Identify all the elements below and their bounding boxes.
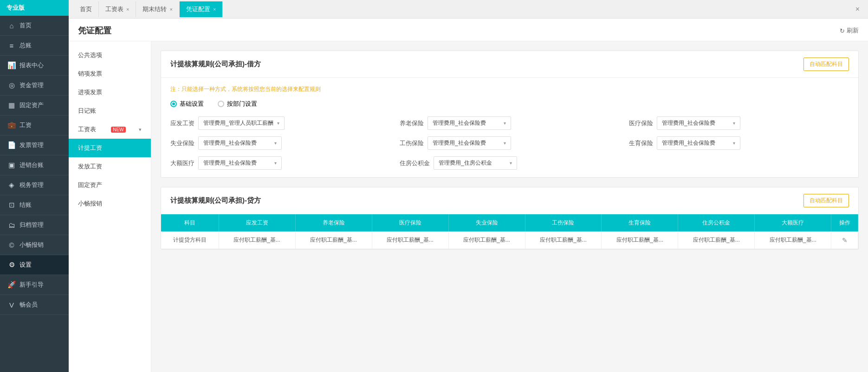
sidebar-item-member[interactable]: V 畅会员 (0, 295, 69, 315)
sidebar-item-general-ledger[interactable]: ≡ 总账 (0, 36, 69, 56)
sub-item-cancel-invoice-label: 销项发票 (78, 70, 102, 78)
field-daejue-yiliao-select[interactable]: 管理费用_社会保险费 ▾ (198, 156, 282, 170)
field-yingfa-gongzi-select[interactable]: 管理费用_管理人员职工薪酬 ▾ (198, 116, 285, 130)
sub-item-fixed-assets-sub-label: 固定资产 (78, 181, 102, 189)
radio-dept-setup[interactable]: 按部门设置 (218, 100, 257, 108)
sidebar-item-report-center-label: 报表中心 (19, 61, 44, 70)
field-yiliao-baoxian-select[interactable]: 管理费用_社会保险费 ▾ (657, 116, 740, 130)
sidebar-item-fund-management-label: 资金管理 (19, 81, 44, 90)
page-title: 凭证配置 (78, 25, 111, 36)
sidebar-item-tax-management[interactable]: ◈ 税务管理 (0, 175, 69, 195)
general-ledger-icon: ≡ (7, 42, 16, 50)
sub-item-journal-label: 日记账 (78, 107, 96, 115)
refresh-button[interactable]: ↻ 刷新 (840, 26, 859, 35)
sub-item-purchase-invoice[interactable]: 进项发票 (69, 83, 151, 102)
credit-auto-match-button[interactable]: 自动匹配科目 (803, 194, 849, 207)
field-zhufang-gongjijin-value: 管理费用_住房公积金 (439, 159, 492, 167)
sidebar-item-fund-management[interactable]: ◎ 资金管理 (0, 76, 69, 96)
tab-home[interactable]: 首页 (73, 1, 99, 17)
tax-management-icon: ◈ (7, 181, 16, 189)
chevron-down-icon: ▾ (277, 121, 279, 126)
credit-row-action[interactable]: ✎ (831, 231, 858, 249)
sub-item-accrual-salary[interactable]: 计提工资 (69, 139, 151, 157)
tab-payroll-label: 工资表 (105, 5, 123, 13)
edit-icon[interactable]: ✎ (842, 237, 848, 244)
refresh-label: 刷新 (847, 26, 859, 35)
tab-payroll[interactable]: 工资表 × (99, 1, 136, 17)
credit-table-wrap: 科目 应发工资 养老保险 医疗保险 失业保险 工伤保险 生育保险 住房公积金 大… (161, 214, 858, 249)
sidebar-item-invoice-management[interactable]: 📄 发票管理 (0, 135, 69, 155)
field-yanglao-baoxian-select[interactable]: 管理费用_社会保险费 ▾ (428, 116, 511, 130)
tab-period-close[interactable]: 期末结转 × (136, 1, 179, 17)
col-daejue-yiliao: 大额医疗 (755, 214, 831, 231)
field-shengyu-baoxian-select[interactable]: 管理费用_社会保险费 ▾ (657, 136, 740, 150)
invoice-management-icon: 📄 (7, 141, 16, 149)
chevron-down-icon-7: ▾ (274, 160, 277, 166)
debit-notice: 注：只能选择一种方式，系统将按照您当前的选择来配置规则 (170, 85, 849, 93)
tab-period-close-label: 期末结转 (143, 5, 167, 13)
field-yingfa-gongzi-label: 应发工资 (170, 119, 194, 128)
content-wrap: 公共选项 销项发票 进项发票 日记账 工资表 NEW ▾ 计提工资 发放工资 (69, 41, 868, 372)
sub-item-payroll-table[interactable]: 工资表 NEW ▾ (69, 120, 151, 139)
sub-item-fixed-assets-sub[interactable]: 固定资产 (69, 176, 151, 194)
radio-dept-setup-circle (218, 101, 224, 107)
sub-item-public-options-label: 公共选项 (78, 51, 102, 59)
credit-row-gongshang: 应付职工薪酬_基... (525, 231, 602, 249)
fund-management-icon: ◎ (7, 81, 16, 90)
sub-sidebar: 公共选项 销项发票 进项发票 日记账 工资表 NEW ▾ 计提工资 发放工资 (69, 41, 151, 372)
sidebar-item-fixed-assets[interactable]: ▦ 固定资产 (0, 96, 69, 115)
sidebar-item-archive-label: 归档管理 (19, 221, 44, 229)
sidebar-item-new-guide[interactable]: 🚀 新手引导 (0, 275, 69, 295)
sidebar-item-salary[interactable]: 💼 工资 (0, 115, 69, 135)
col-zhufang-gongjijin: 住房公积金 (678, 214, 755, 231)
archive-icon: 🗂 (7, 221, 16, 229)
chevron-down-icon-6: ▾ (733, 141, 735, 146)
tab-voucher-config[interactable]: 凭证配置 × (180, 1, 223, 17)
credit-row-yingfa: 应付职工薪酬_基... (219, 231, 295, 249)
sub-item-public-options[interactable]: 公共选项 (69, 46, 151, 64)
close-main-button[interactable]: × (852, 3, 863, 15)
col-shiye-baoxian: 失业保险 (448, 214, 525, 231)
debit-auto-match-button[interactable]: 自动匹配科目 (803, 58, 849, 71)
sub-item-cancel-invoice[interactable]: 销项发票 (69, 64, 151, 83)
sidebar-item-home[interactable]: ⌂ 首页 (0, 16, 69, 36)
field-zhufang-gongjijin-select[interactable]: 管理费用_住房公积金 ▾ (434, 156, 517, 170)
sidebar-item-salary-label: 工资 (19, 121, 32, 129)
expand-icon: ▾ (139, 127, 142, 133)
field-zhufang-gongjijin-label: 住房公积金 (400, 159, 430, 167)
field-daejue-yiliao: 大额医疗 管理费用_社会保险费 ▾ (170, 156, 390, 170)
field-gongshang-baoxian-select[interactable]: 管理费用_社会保险费 ▾ (428, 136, 511, 150)
debit-section-title: 计提核算规则(公司承担)-借方 (170, 60, 261, 69)
sub-item-payroll-table-label: 工资表 (78, 125, 96, 134)
sub-item-xiaoyang-expense-sub[interactable]: 小畅报销 (69, 194, 151, 213)
tab-payroll-close[interactable]: × (126, 6, 129, 12)
sidebar-item-purchase-sales[interactable]: ▣ 进销台账 (0, 155, 69, 175)
sidebar-item-xiaoyang-expense[interactable]: © 小畅报销 (0, 235, 69, 255)
debit-form-row-2: 失业保险 管理费用_社会保险费 ▾ 工伤保险 管理费用_社会保险费 (170, 136, 849, 150)
chevron-down-icon-5: ▾ (504, 141, 506, 146)
settings-icon: ⚙ (7, 261, 16, 269)
chevron-down-icon-8: ▾ (510, 160, 512, 166)
main-area: 首页 工资表 × 期末结转 × 凭证配置 × × 凭证配置 ↻ 刷新 公共选项 (69, 0, 868, 372)
app-edition: 专业版 (0, 0, 69, 16)
sidebar-item-settings-label: 设置 (19, 261, 32, 269)
field-shengyu-baoxian: 生育保险 管理费用_社会保险费 ▾ (629, 136, 849, 150)
sidebar-item-closing[interactable]: ⊡ 结账 (0, 195, 69, 215)
tab-voucher-config-close[interactable]: × (213, 6, 216, 12)
credit-row-subject: 计提贷方科目 (161, 231, 219, 249)
field-shengyu-baoxian-value: 管理费用_社会保险费 (662, 139, 715, 147)
sidebar-item-settings[interactable]: ⚙ 设置 (0, 255, 69, 275)
credit-section-header: 计提核算规则(公司承担)-贷方 自动匹配科目 (161, 187, 858, 214)
sub-item-journal[interactable]: 日记账 (69, 102, 151, 120)
field-zhufang-gongjijin: 住房公积金 管理费用_住房公积金 ▾ (400, 156, 620, 170)
tab-period-close-close[interactable]: × (169, 6, 172, 12)
sidebar-item-report-center[interactable]: 📊 报表中心 (0, 56, 69, 76)
sidebar-item-archive[interactable]: 🗂 归档管理 (0, 215, 69, 235)
sub-item-issue-salary[interactable]: 发放工资 (69, 157, 151, 176)
field-shiye-baoxian-value: 管理费用_社会保险费 (203, 139, 257, 147)
field-shiye-baoxian-select[interactable]: 管理费用_社会保险费 ▾ (198, 136, 282, 150)
col-gongshang-baoxian: 工伤保险 (525, 214, 602, 231)
debit-form-row-3: 大额医疗 管理费用_社会保险费 ▾ 住房公积金 管理费用_住房公积金 (170, 156, 849, 170)
radio-basic-setup[interactable]: 基础设置 (170, 100, 204, 108)
fixed-assets-icon: ▦ (7, 101, 16, 109)
